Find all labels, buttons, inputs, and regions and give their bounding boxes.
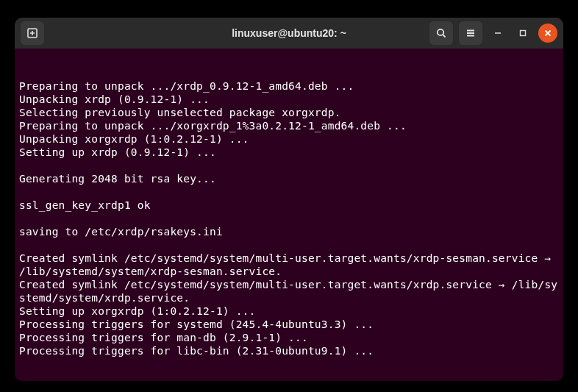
terminal-line: Generating 2048 bit rsa key... <box>19 172 559 185</box>
terminal-output[interactable]: Preparing to unpack .../xrdp_0.9.12-1_am… <box>15 49 563 381</box>
titlebar-left <box>21 21 44 45</box>
titlebar-right <box>429 21 557 45</box>
svg-rect-9 <box>521 31 526 36</box>
terminal-line <box>19 212 559 225</box>
maximize-button[interactable] <box>513 24 532 43</box>
terminal-line: Selecting previously unselected package … <box>19 106 559 119</box>
menu-button[interactable] <box>459 21 482 45</box>
close-button[interactable] <box>538 24 557 43</box>
new-tab-button[interactable] <box>21 21 44 45</box>
terminal-line: Setting up xrdp (0.9.12-1) ... <box>19 146 559 159</box>
terminal-line: Setting up xorgxrdp (1:0.2.12-1) ... <box>19 304 559 318</box>
svg-point-3 <box>438 29 443 35</box>
terminal-line: Unpacking xorgxrdp (1:0.2.12-1) ... <box>19 132 559 146</box>
terminal-line: Processing triggers for systemd (245.4-4… <box>19 318 559 331</box>
search-button[interactable] <box>429 21 453 45</box>
minimize-button[interactable] <box>488 24 507 43</box>
titlebar: linuxuser@ubuntu20: ~ <box>15 18 563 49</box>
terminal-line <box>19 159 559 172</box>
terminal-line: Unpacking xrdp (0.9.12-1) ... <box>19 93 559 106</box>
window-title: linuxuser@ubuntu20: ~ <box>232 27 346 39</box>
terminal-window: linuxuser@ubuntu20: ~ <box>15 18 563 381</box>
terminal-line: Created symlink /etc/systemd/system/mult… <box>19 252 559 278</box>
terminal-line: saving to /etc/xrdp/rsakeys.ini <box>19 225 559 238</box>
terminal-line: Processing triggers for man-db (2.9.1-1)… <box>19 331 559 344</box>
terminal-line: ssl_gen_key_xrdp1 ok <box>19 199 559 212</box>
terminal-line: Preparing to unpack .../xrdp_0.9.12-1_am… <box>19 79 559 93</box>
terminal-line <box>19 238 559 252</box>
terminal-line <box>19 185 559 199</box>
svg-line-4 <box>443 35 445 37</box>
terminal-line: Preparing to unpack .../xorgxrdp_1%3a0.2… <box>19 119 559 132</box>
terminal-line: Created symlink /etc/systemd/system/mult… <box>19 278 559 304</box>
terminal-line: Processing triggers for libc-bin (2.31-0… <box>19 344 559 357</box>
